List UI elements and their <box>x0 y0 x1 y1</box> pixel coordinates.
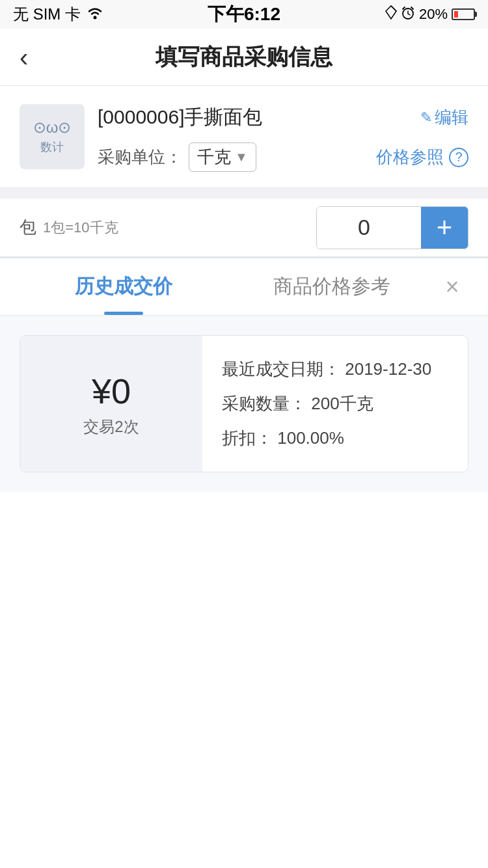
purchase-qty-label: 采购数量： <box>222 394 306 413</box>
status-bar: 无 SIM 卡 下午6:12 20% <box>0 0 488 29</box>
price-detail-date: 最近成交日期： 2019-12-30 <box>222 357 448 382</box>
price-detail-discount: 折扣： 100.00% <box>222 426 448 451</box>
price-card-left: ¥0 交易2次 <box>20 336 202 472</box>
status-bar-left: 无 SIM 卡 <box>13 4 104 25</box>
price-card: ¥0 交易2次 最近成交日期： 2019-12-30 采购数量： 200千克 折… <box>20 335 468 472</box>
help-icon: ? <box>449 148 468 167</box>
carrier-label: 无 SIM 卡 <box>13 4 81 25</box>
back-button[interactable]: ‹ <box>20 44 34 70</box>
tab-history-label: 历史成交价 <box>75 273 172 300</box>
edit-label: 编辑 <box>435 106 468 129</box>
unit-dropdown[interactable]: 千克 ▼ <box>189 142 256 172</box>
price-detail-qty: 采购数量： 200千克 <box>222 391 448 416</box>
recent-date-label: 最近成交日期： <box>222 359 340 379</box>
discount-label: 折扣： <box>222 428 273 448</box>
product-info: [0000006]手撕面包 ✎ 编辑 采购单位： 千克 ▼ 价格参照 ? <box>98 104 468 172</box>
quantity-input[interactable] <box>317 207 421 249</box>
quantity-label-area: 包 1包=10千克 <box>20 216 118 239</box>
alarm-icon <box>401 5 415 23</box>
svg-point-0 <box>94 16 97 20</box>
tab-reference[interactable]: 商品价格参考 <box>228 258 436 315</box>
unit-label: 采购单位： <box>98 146 182 169</box>
price-card-area: ¥0 交易2次 最近成交日期： 2019-12-30 采购数量： 200千克 折… <box>0 316 488 492</box>
purchase-qty-value: 200千克 <box>311 394 373 413</box>
nav-bar: ‹ 填写商品采购信息 <box>0 29 488 86</box>
product-logo-eyes: ⊙ω⊙ <box>33 118 72 137</box>
quantity-row: 包 1包=10千克 + <box>0 198 488 257</box>
battery-icon <box>452 8 475 20</box>
price-trades: 交易2次 <box>83 416 139 437</box>
price-panel: 历史成交价 商品价格参考 × ¥0 交易2次 最近成交日期： 2019-12-3… <box>0 257 488 492</box>
status-bar-right: 20% <box>385 5 475 23</box>
wifi-icon <box>86 5 104 23</box>
quantity-convert: 1包=10千克 <box>43 218 118 237</box>
tab-reference-label: 商品价格参考 <box>273 273 390 300</box>
product-thumbnail: ⊙ω⊙ 数计 <box>20 104 85 169</box>
price-card-right: 最近成交日期： 2019-12-30 采购数量： 200千克 折扣： 100.0… <box>202 336 468 472</box>
price-ref-label: 价格参照 <box>376 146 444 169</box>
page-bottom <box>0 492 488 868</box>
status-bar-time: 下午6:12 <box>208 2 280 27</box>
recent-date-value: 2019-12-30 <box>345 359 431 379</box>
quantity-unit: 包 <box>20 216 36 239</box>
tabs-bar: 历史成交价 商品价格参考 × <box>0 258 488 316</box>
edit-icon: ✎ <box>420 109 432 126</box>
close-icon: × <box>445 273 459 301</box>
tab-history[interactable]: 历史成交价 <box>20 258 228 315</box>
quantity-plus-button[interactable]: + <box>421 207 468 249</box>
product-card: ⊙ω⊙ 数计 [0000006]手撕面包 ✎ 编辑 采购单位： 千克 ▼ <box>0 86 488 188</box>
discount-value: 100.00% <box>277 428 344 448</box>
location-icon <box>385 5 397 23</box>
price-ref-button[interactable]: 价格参照 ? <box>376 146 468 169</box>
battery-percent: 20% <box>419 6 448 23</box>
price-amount: ¥0 <box>92 371 131 411</box>
product-full-name: [0000006]手撕面包 <box>98 104 262 131</box>
close-button[interactable]: × <box>436 271 468 303</box>
dropdown-arrow-icon: ▼ <box>235 150 248 165</box>
section-divider <box>0 188 488 198</box>
product-logo-text: 数计 <box>40 139 64 155</box>
page-title: 填写商品采购信息 <box>156 42 332 72</box>
edit-button[interactable]: ✎ 编辑 <box>420 106 468 129</box>
quantity-input-wrapper: + <box>316 206 468 249</box>
unit-value: 千克 <box>197 146 231 169</box>
